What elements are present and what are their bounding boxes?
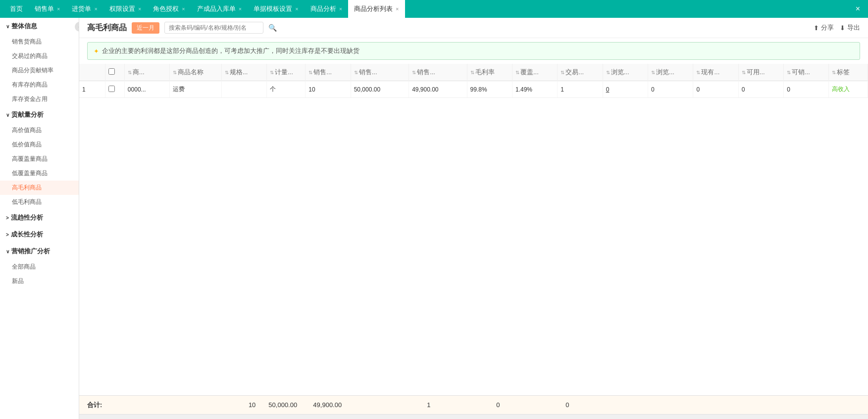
- col-header-13[interactable]: ⇅浏览...: [648, 64, 693, 81]
- col-label-16: 可销...: [792, 68, 810, 76]
- search-button[interactable]: 🔍: [268, 24, 277, 32]
- col-label-5: 计量...: [275, 68, 293, 76]
- col-header-14[interactable]: ⇅现有...: [693, 64, 738, 81]
- footer-current: [528, 401, 562, 409]
- sidebar-group-0[interactable]: ∨整体信息: [0, 18, 79, 35]
- sort-icon-11: ⇅: [561, 70, 564, 75]
- nav-item-7[interactable]: 商品分析×: [305, 0, 348, 18]
- sort-icon-7: ⇅: [354, 70, 358, 75]
- sidebar-group-3[interactable]: >成长性分析: [0, 226, 79, 243]
- row-sales3: 49,900.00: [409, 81, 467, 98]
- sidebar-group-2[interactable]: >流趋性分析: [0, 209, 79, 226]
- select-all-checkbox[interactable]: [108, 68, 115, 75]
- share-button[interactable]: ⬆ 分享: [814, 23, 834, 32]
- nav-item-6[interactable]: 单据模板设置×: [248, 0, 304, 18]
- sort-icon-4: ⇅: [225, 70, 229, 75]
- window-close-button[interactable]: ×: [852, 4, 864, 13]
- nav-item-4[interactable]: 角色授权×: [147, 0, 191, 18]
- row-code: 0000...: [124, 81, 169, 98]
- nav-item-5[interactable]: 产成品入库单×: [191, 0, 248, 18]
- footer-available: 0: [562, 401, 597, 409]
- col-header-7[interactable]: ⇅销售...: [351, 64, 408, 81]
- sort-icon-12: ⇅: [606, 70, 610, 75]
- col-header-11[interactable]: ⇅交易...: [558, 64, 603, 81]
- sidebar-item-0-4[interactable]: 库存资金占用: [0, 92, 79, 106]
- col-header-3[interactable]: ⇅商品名称: [170, 64, 221, 81]
- sidebar-group-4[interactable]: ∨营销推广分析: [0, 243, 79, 260]
- col-header-12[interactable]: ⇅浏览...: [603, 64, 648, 81]
- nav-close-7[interactable]: ×: [339, 6, 342, 12]
- col-label-14: 现有...: [701, 68, 719, 76]
- col-header-5[interactable]: ⇅计量...: [267, 64, 306, 81]
- col-header-17[interactable]: ⇅标签: [829, 64, 868, 81]
- header-actions: ⬆ 分享 ⬇ 导出: [814, 23, 860, 32]
- row-available: 0: [738, 81, 783, 98]
- nav-item-2[interactable]: 进货单×: [66, 0, 103, 18]
- col-label-15: 可用...: [747, 68, 765, 76]
- nav-item-1[interactable]: 销售单×: [29, 0, 66, 18]
- nav-close-6[interactable]: ×: [295, 6, 298, 12]
- search-input[interactable]: [164, 22, 263, 34]
- data-table-wrapper[interactable]: ⇅商...⇅商品名称⇅规格...⇅计量...⇅销售...⇅销售...⇅销售...…: [79, 64, 868, 395]
- sidebar-group-label-1: 贡献量分析: [11, 110, 44, 119]
- col-header-9[interactable]: ⇅毛利率: [467, 64, 512, 81]
- nav-close-3[interactable]: ×: [138, 6, 141, 12]
- nav-close-5[interactable]: ×: [239, 6, 242, 12]
- col-header-4[interactable]: ⇅规格...: [221, 64, 266, 81]
- sidebar-item-1-2[interactable]: 高覆盖量商品: [0, 152, 79, 166]
- col-label-13: 浏览...: [656, 68, 674, 76]
- info-banner: ✦ 企业的主要的利润都是这部分商品创造的，可考虑加大推广，同时关注库存是不要出现…: [87, 42, 860, 60]
- sort-icon-9: ⇅: [470, 70, 474, 75]
- page-title: 高毛利商品: [87, 23, 127, 33]
- col-header-2[interactable]: ⇅商...: [124, 64, 169, 81]
- sidebar-item-1-1[interactable]: 低价值商品: [0, 138, 79, 152]
- sidebar-item-1-0[interactable]: 高价值商品: [0, 123, 79, 138]
- sidebar-item-0-2[interactable]: 商品分贡献销率: [0, 63, 79, 78]
- row-checkbox-input[interactable]: [108, 86, 115, 92]
- sidebar-item-0-3[interactable]: 有库存的商品: [0, 78, 79, 92]
- row-views1[interactable]: 0: [603, 81, 648, 98]
- nav-close-1[interactable]: ×: [57, 6, 60, 12]
- sidebar-item-1-3[interactable]: 低覆盖量商品: [0, 166, 79, 181]
- nav-close-2[interactable]: ×: [94, 6, 97, 12]
- nav-close-4[interactable]: ×: [182, 6, 185, 12]
- nav-item-8[interactable]: 商品分析列表×: [348, 0, 405, 18]
- col-header-6[interactable]: ⇅销售...: [306, 64, 351, 81]
- sidebar-item-4-0[interactable]: 全部商品: [0, 260, 79, 274]
- sidebar-item-1-5[interactable]: 低毛利商品: [0, 195, 79, 209]
- table-footer: 合计: 10 50,000.00 49,900.00 1 0 0: [79, 395, 868, 414]
- col-header-10[interactable]: ⇅覆盖...: [512, 64, 557, 81]
- share-icon: ⬆: [814, 24, 819, 32]
- sort-icon-6: ⇅: [308, 70, 312, 75]
- col-header-8[interactable]: ⇅销售...: [409, 64, 467, 81]
- sidebar-group-1[interactable]: ∨贡献量分析: [0, 106, 79, 123]
- bottom-scrollbar[interactable]: [79, 414, 868, 419]
- filter-period-button[interactable]: 近一月: [132, 22, 159, 34]
- content-area: 高毛利商品 近一月 🔍 ⬆ 分享 ⬇ 导出 ✦ 企业的主要的利润都是这部分商品创…: [79, 18, 868, 419]
- sort-icon-16: ⇅: [787, 70, 791, 75]
- sidebar-group-label-0: 整体信息: [11, 22, 37, 31]
- col-label-7: 销售...: [359, 68, 377, 76]
- row-saleable: 0: [784, 81, 829, 98]
- row-checkbox[interactable]: [105, 81, 124, 98]
- col-label-12: 浏览...: [611, 68, 629, 76]
- sidebar-item-0-0[interactable]: 销售货商品: [0, 35, 79, 49]
- sidebar-group-arrow-2: >: [6, 215, 9, 221]
- sidebar-item-4-1[interactable]: 新品: [0, 274, 79, 288]
- export-button[interactable]: ⬇ 导出: [840, 23, 860, 32]
- col-header-15[interactable]: ⇅可用...: [738, 64, 783, 81]
- nav-item-3[interactable]: 权限设置×: [103, 0, 147, 18]
- nav-close-8[interactable]: ×: [396, 6, 399, 12]
- data-table: ⇅商...⇅商品名称⇅规格...⇅计量...⇅销售...⇅销售...⇅销售...…: [79, 64, 868, 98]
- row-gross-rate: 99.8%: [467, 81, 512, 98]
- row-spec: [221, 81, 266, 98]
- footer-saleable: [597, 401, 632, 409]
- sidebar-group-label-2: 流趋性分析: [11, 213, 43, 222]
- sidebar-item-1-4[interactable]: 高毛利商品: [0, 181, 79, 195]
- sidebar-item-0-1[interactable]: 交易过的商品: [0, 49, 79, 63]
- col-header-16[interactable]: ⇅可销...: [784, 64, 829, 81]
- nav-item-0[interactable]: 首页: [4, 0, 29, 18]
- footer-views2: 0: [493, 401, 528, 409]
- sidebar: « ∨整体信息销售货商品交易过的商品商品分贡献销率有库存的商品库存资金占用∨贡献…: [0, 18, 79, 419]
- footer-sales1: 10: [112, 401, 265, 409]
